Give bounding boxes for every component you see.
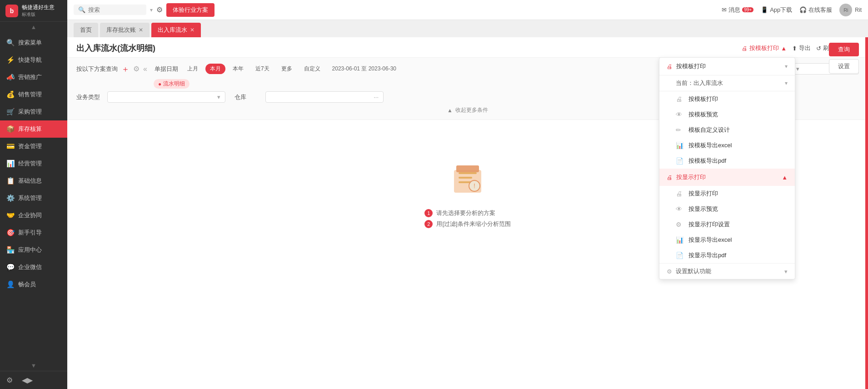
sidebar: b 畅捷通好生意 标准版 ▲ 🔍 搜索菜单 ⚡ 快捷导航 📣 营销推广 💰 销售… xyxy=(0,0,67,389)
user-area[interactable]: Ri Rit xyxy=(839,4,862,16)
date-tag-7days[interactable]: 近7天 xyxy=(251,64,274,74)
topbar-gear-icon[interactable]: ⚙ xyxy=(156,5,163,14)
sidebar-item-purchase[interactable]: 🛒 采购管理 xyxy=(0,103,67,120)
refresh-icon: ↺ xyxy=(816,45,821,52)
dropdown-display-settings-icon: ⚙ xyxy=(676,221,684,228)
app-download-group[interactable]: 📱 App下载 xyxy=(761,6,792,14)
empty-state-icon: ! xyxy=(445,156,490,202)
topbar: 🔍 ▾ ⚙ 体验行业方案 ✉ 消息 99+ 📱 App下载 🎧 在线客服 xyxy=(67,0,868,20)
tab-home[interactable]: 首页 xyxy=(74,23,98,37)
date-tag-this-year[interactable]: 本年 xyxy=(228,64,248,74)
export-btn[interactable]: ⬆ 导出 xyxy=(792,44,811,52)
template-print-chevron-up-icon: ▲ xyxy=(781,45,787,52)
date-tag-group: 上月 本月 本年 近7天 更多 自定义 xyxy=(183,64,325,74)
dropdown-item-template-print[interactable]: 🖨 按模板打印 xyxy=(659,91,795,107)
search-small-icon: 🔍 xyxy=(78,6,85,13)
resize-handle[interactable] xyxy=(865,37,868,389)
system-icon: ⚙️ xyxy=(6,194,15,202)
dropdown-item-template-preview[interactable]: 👁 按模板预览 xyxy=(659,107,795,122)
dropdown-footer-item[interactable]: ⚙ 设置默认功能 ▾ xyxy=(659,263,795,279)
template-print-dropdown: 🖨 按模板打印 ▾ 当前：出入库流水 ▾ 🖨 按模板打印 👁 按 xyxy=(659,57,795,279)
query-btn[interactable]: 查询 xyxy=(829,43,859,56)
collapse-arrow-icon: ▲ xyxy=(447,107,453,114)
sidebar-item-member[interactable]: 👤 畅会员 xyxy=(0,276,67,293)
filter-collapse-btn[interactable]: « xyxy=(143,65,147,73)
sidebar-item-collab[interactable]: 🤝 企业协同 xyxy=(0,207,67,224)
sidebar-footer-menu-icon[interactable]: ◀▶ xyxy=(22,376,33,384)
message-icon: ✉ xyxy=(722,6,727,13)
tab-inout-flow-close-icon[interactable]: ✕ xyxy=(190,27,195,33)
dropdown-template-chevron-icon[interactable]: ▾ xyxy=(785,63,788,70)
dropdown-item-display-preview[interactable]: 👁 按显示预览 xyxy=(659,201,795,217)
dropdown-item-display-print[interactable]: 🖨 按显示打印 xyxy=(659,186,795,201)
dropdown-footer-settings-icon: ⚙ xyxy=(667,268,672,275)
dropdown-display-title: 🖨 按显示打印 xyxy=(667,173,706,181)
dropdown-display-section-header[interactable]: 🖨 按显示打印 ▲ xyxy=(659,169,795,186)
dropdown-item-template-excel[interactable]: 📊 按模板导出excel xyxy=(659,138,795,153)
sidebar-logo: b 畅捷通好生意 标准版 xyxy=(0,0,67,22)
dropdown-display-excel-icon: 📊 xyxy=(676,236,684,244)
search-input[interactable] xyxy=(88,6,134,13)
query-settings-btn[interactable]: 设置 xyxy=(829,59,859,74)
svg-rect-2 xyxy=(459,172,477,174)
online-service-group[interactable]: 🎧 在线客服 xyxy=(799,6,832,14)
sidebar-item-finance[interactable]: 💳 资金管理 xyxy=(0,138,67,155)
sidebar-item-inventory[interactable]: 📦 库存核算 xyxy=(0,120,67,138)
sidebar-item-sales[interactable]: 💰 销售管理 xyxy=(0,86,67,103)
message-group[interactable]: ✉ 消息 99+ xyxy=(722,6,753,14)
date-tag-more[interactable]: 更多 xyxy=(277,64,297,74)
dropdown-item-print-icon: 🖨 xyxy=(676,95,684,103)
printer-icon: 🖨 xyxy=(742,45,748,52)
template-print-btn[interactable]: 🖨 按模板打印 ▲ xyxy=(742,44,787,52)
dropdown-display-pdf-icon: 📄 xyxy=(676,252,684,259)
dropdown-item-template-pdf[interactable]: 📄 按模板导出pdf xyxy=(659,153,795,169)
add-filter-btn[interactable]: ＋ xyxy=(121,64,130,75)
finance-icon: 💳 xyxy=(6,142,15,150)
search-icon: 🔍 xyxy=(6,39,15,47)
tab-batch-account-close-icon[interactable]: ✕ xyxy=(139,27,143,33)
dropdown-item-display-settings[interactable]: ⚙ 按显示打印设置 xyxy=(659,217,795,232)
sidebar-item-basic[interactable]: 📋 基础信息 xyxy=(0,172,67,190)
date-tag-this-month[interactable]: 本月 xyxy=(205,64,225,74)
business-type-group: 业务类型 ▾ xyxy=(76,91,225,103)
sidebar-footer-settings-icon[interactable]: ⚙ xyxy=(6,376,13,384)
dropdown-current-chevron-icon[interactable]: ▾ xyxy=(785,80,788,86)
filter-settings-btn[interactable]: ⚙ xyxy=(133,65,140,73)
empty-tip-2: 2 用[过滤]条件来缩小分析范围 xyxy=(424,220,510,228)
tip-num-1: 1 xyxy=(424,209,433,217)
date-range-display: 2023-06-01 至 2023-06-30 xyxy=(332,65,396,73)
sidebar-item-guide[interactable]: 🎯 新手引导 xyxy=(0,224,67,241)
dropdown-footer-chevron-icon[interactable]: ▾ xyxy=(784,268,788,275)
date-tag-custom[interactable]: 自定义 xyxy=(299,64,325,74)
dropdown-template-section-header: 🖨 按模板打印 ▾ xyxy=(659,58,795,75)
warehouse-group: 仓库 ··· xyxy=(234,91,384,103)
sidebar-item-search[interactable]: 🔍 搜索菜单 xyxy=(0,34,67,51)
sidebar-item-appstore[interactable]: 🏪 应用中心 xyxy=(0,241,67,259)
tab-inout-flow[interactable]: 出入库流水 ✕ xyxy=(151,23,201,37)
sidebar-item-system[interactable]: ⚙️ 系统管理 xyxy=(0,190,67,207)
topbar-search-box[interactable]: 🔍 xyxy=(74,5,146,15)
sidebar-scroll-down[interactable]: ▼ xyxy=(0,360,67,371)
phone-icon: 📱 xyxy=(761,6,768,13)
sidebar-scroll-up[interactable]: ▲ xyxy=(0,22,67,32)
sidebar-item-quicknav[interactable]: ⚡ 快捷导航 xyxy=(0,51,67,69)
dropdown-item-design-icon: ✏ xyxy=(676,126,684,134)
dropdown-item-display-pdf[interactable]: 📄 按显示导出pdf xyxy=(659,248,795,263)
sidebar-item-operation[interactable]: 📊 经营管理 xyxy=(0,155,67,172)
date-tag-last-month[interactable]: 上月 xyxy=(183,64,203,74)
sidebar-item-wechat[interactable]: 💬 企业微信 xyxy=(0,259,67,276)
warehouse-input[interactable]: ··· xyxy=(265,91,384,103)
sidebar-item-marketing[interactable]: 📣 营销推广 xyxy=(0,69,67,86)
dropdown-display-chevron-icon[interactable]: ▲ xyxy=(782,174,788,181)
search-chevron-icon[interactable]: ▾ xyxy=(150,7,153,13)
topbar-right: ✉ 消息 99+ 📱 App下载 🎧 在线客服 Ri Rit xyxy=(722,4,862,16)
tab-batch-account[interactable]: 库存批次账 ✕ xyxy=(100,23,150,37)
industry-btn[interactable]: 体验行业方案 xyxy=(166,3,215,17)
dropdown-item-preview-icon: 👁 xyxy=(676,111,684,118)
dropdown-item-display-excel[interactable]: 📊 按显示导出excel xyxy=(659,232,795,248)
dropdown-item-template-design[interactable]: ✏ 模板自定义设计 xyxy=(659,122,795,138)
warehouse-ellipsis-icon[interactable]: ··· xyxy=(374,94,379,100)
business-type-input[interactable]: ▾ xyxy=(107,91,225,103)
dropdown-display-print-icon: 🖨 xyxy=(676,190,684,197)
active-scheme-tag[interactable]: ● 流水明细 xyxy=(154,79,190,89)
